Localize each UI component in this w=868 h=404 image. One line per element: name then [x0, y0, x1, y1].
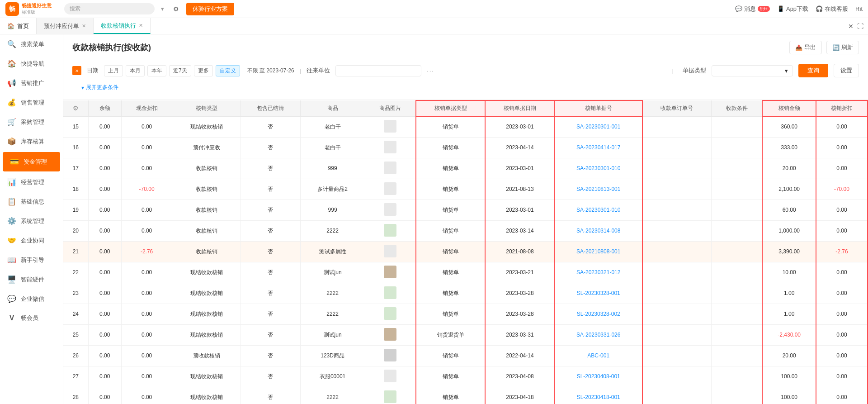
counterpart-more-icon[interactable]: ···	[427, 67, 434, 74]
sidebar-item-inventory[interactable]: 📦 库存核算	[0, 132, 63, 151]
cell-goods: 测试jun	[300, 324, 365, 345]
sidebar-item-nav[interactable]: 🏠 快捷导航	[0, 54, 63, 73]
table-row: 25 0.00 0.00 现结收款核销 否 测试jun 销货退货单 2023-0…	[63, 324, 868, 345]
cell-payment-cond	[711, 200, 762, 220]
sidebar-item-guide[interactable]: 📖 新手引导	[0, 250, 63, 270]
cell-verify-type: 收款核销	[172, 158, 241, 179]
cell-bill-type: 销货单	[416, 200, 485, 220]
cell-cash-discount: 0.00	[121, 158, 172, 179]
tab-home[interactable]: 🏠 首页	[0, 18, 37, 34]
cell-goods: 老白干	[300, 116, 365, 137]
cell-bill-date: 2023-03-01	[485, 116, 554, 137]
sidebar-item-basic-info[interactable]: 📋 基础信息	[0, 192, 63, 211]
sidebar-item-system[interactable]: ⚙️ 系统管理	[0, 211, 63, 231]
close-window-icon[interactable]: ✕	[848, 23, 854, 30]
cell-cash-discount: 0.00	[121, 262, 172, 283]
single-type-select[interactable]: ▾	[712, 65, 793, 76]
table-row: 18 0.00 -70.00 收款核销 否 多计量商品2 销货单 2021-08…	[63, 179, 868, 200]
gear-icon[interactable]: ⚙	[173, 5, 179, 13]
date-label: 日期	[87, 67, 99, 75]
sidebar-item-funds[interactable]: 💳 资金管理	[3, 152, 60, 171]
cell-id: 22	[63, 262, 88, 283]
sidebar-item-operations[interactable]: 📊 经营管理	[0, 172, 63, 192]
sidebar-item-collab[interactable]: 🤝 企业协同	[0, 231, 63, 250]
expand-conditions-btn[interactable]: ▾ 展开更多条件	[81, 84, 850, 91]
custom-date-btn[interactable]: 自定义	[216, 65, 240, 76]
cell-included: 否	[241, 324, 300, 345]
cell-verify-type: 现结收款核销	[172, 262, 241, 283]
export-btn[interactable]: 📤 导出	[789, 41, 822, 54]
counterpart-label: 往来单位	[307, 67, 330, 75]
more-btn[interactable]: 更多	[194, 65, 213, 76]
cell-payment-cond	[711, 283, 762, 304]
cell-bill-type: 销货单	[416, 116, 485, 137]
sidebar-item-marketing[interactable]: 📢 营销推广	[0, 73, 63, 93]
this-year-btn[interactable]: 本年	[147, 65, 166, 76]
home-icon: 🏠	[7, 23, 14, 29]
this-month-btn[interactable]: 本月	[126, 65, 145, 76]
cell-included: 否	[241, 179, 300, 200]
cell-balance: 0.00	[88, 116, 121, 137]
cell-bill-date: 2023-03-28	[485, 304, 554, 324]
settings-btn[interactable]: 设置	[834, 64, 859, 77]
counterpart-input[interactable]	[335, 65, 421, 76]
refresh-btn[interactable]: 🔄 刷新	[826, 41, 859, 54]
col-bill-date: 核销单据日期	[485, 100, 554, 116]
fullscreen-icon[interactable]: ⛶	[857, 23, 863, 30]
cell-discount: 0.00	[816, 387, 868, 404]
cell-bill-no: SA-20230314-008	[554, 220, 642, 241]
basic-info-icon: 📋	[7, 197, 16, 206]
online-service-btn[interactable]: 🎧 在线客服	[816, 5, 848, 13]
cell-amount: 1,000.00	[762, 220, 816, 241]
cell-amount: 20.00	[762, 345, 816, 366]
cell-verify-type: 收款核销	[172, 241, 241, 262]
cell-balance: 0.00	[88, 262, 121, 283]
tab-close-prepay[interactable]: ✕	[82, 23, 86, 29]
cell-goods-img	[365, 387, 416, 404]
sidebar: 🔍 搜索菜单 🏠 快捷导航 📢 营销推广 💰 销售管理 🛒 采购管理 📦 库存核…	[0, 34, 63, 404]
message-btn[interactable]: 💬 消息 99+	[735, 5, 770, 13]
col-settings[interactable]: ⚙	[63, 100, 88, 116]
cell-amount: 1.00	[762, 304, 816, 324]
cell-included: 否	[241, 137, 300, 158]
wechat-icon: 💬	[7, 295, 16, 303]
cell-goods: 测试多属性	[300, 241, 365, 262]
cell-balance: 0.00	[88, 137, 121, 158]
cell-goods: 2222	[300, 220, 365, 241]
cell-payment-cond	[711, 387, 762, 404]
app-download-btn[interactable]: 📱 App下载	[777, 5, 808, 13]
member-icon: V	[7, 314, 16, 322]
filter-divider: |	[300, 67, 301, 74]
cell-order-no	[642, 345, 711, 366]
last-7-btn[interactable]: 近7天	[169, 65, 191, 76]
cell-cash-discount: -2.76	[121, 241, 172, 262]
sidebar-item-sales[interactable]: 💰 销售管理	[0, 93, 63, 112]
tab-close-verify[interactable]: ✕	[139, 23, 143, 29]
tab-prepay[interactable]: 预付冲应付单 ✕	[37, 18, 94, 34]
sidebar-item-wechat[interactable]: 💬 企业微信	[0, 289, 63, 309]
inventory-icon: 📦	[7, 137, 16, 146]
tab-verify[interactable]: 收款核销执行 ✕	[94, 18, 151, 34]
headset-icon: 🎧	[816, 5, 823, 12]
industry-btn[interactable]: 休验行业方案	[186, 3, 234, 15]
cell-amount: -2,430.00	[762, 324, 816, 345]
cell-bill-date: 2023-03-21	[485, 262, 554, 283]
last-month-btn[interactable]: 上月	[104, 65, 123, 76]
cell-bill-type: 销货单	[416, 345, 485, 366]
sidebar-item-member[interactable]: V 畅会员	[0, 309, 63, 328]
cell-order-no	[642, 304, 711, 324]
sidebar-item-hardware[interactable]: 🖥️ 智能硬件	[0, 270, 63, 289]
sidebar-item-search[interactable]: 🔍 搜索菜单	[0, 34, 63, 54]
cell-discount: 0.00	[816, 262, 868, 283]
cell-bill-date: 2021-08-08	[485, 241, 554, 262]
cell-payment-cond	[711, 179, 762, 200]
dropdown-arrow-icon[interactable]: ▾	[161, 5, 164, 12]
sidebar-item-purchase[interactable]: 🛒 采购管理	[0, 112, 63, 132]
cell-balance: 0.00	[88, 241, 121, 262]
query-btn[interactable]: 查询	[798, 64, 828, 77]
cell-order-no	[642, 200, 711, 220]
logo-icon: 畅	[5, 2, 19, 16]
cell-bill-no: SA-20230301-010	[554, 158, 642, 179]
filter-collapse-btn[interactable]: »	[72, 66, 81, 75]
cell-verify-type: 现结收款核销	[172, 304, 241, 324]
